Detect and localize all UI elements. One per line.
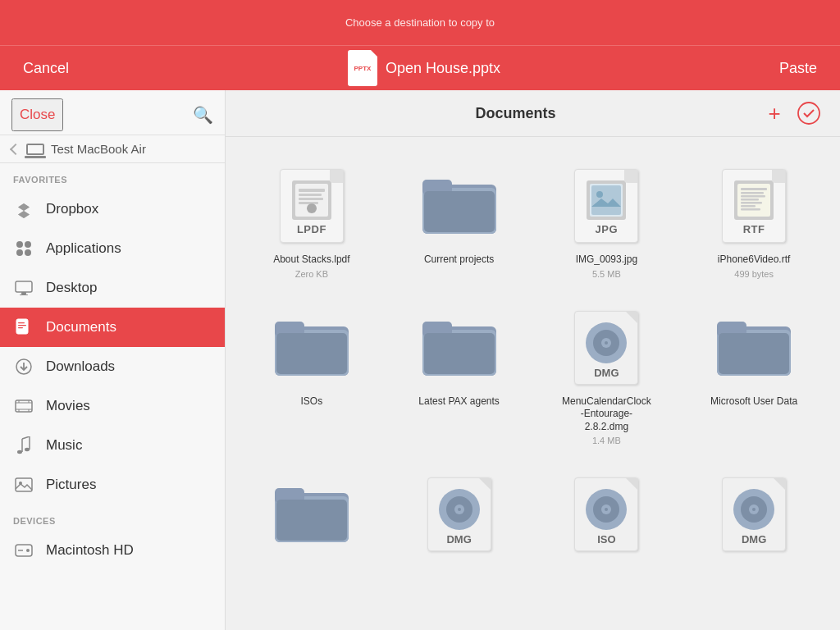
sidebar-item-label-macintosh-hd: Macintosh HD (46, 542, 134, 559)
sidebar-item-label-pictures: Pictures (46, 477, 96, 493)
file-item-iphone6-video[interactable]: RTF iPhone6Video.rtf 499 bytes (684, 153, 824, 287)
harddrive-icon (13, 540, 34, 561)
svg-point-22 (17, 450, 22, 454)
file-type-label: DMG (446, 533, 471, 546)
sidebar-item-macintosh-hd[interactable]: Macintosh HD (0, 531, 225, 570)
file-item-name: ISOs (301, 395, 323, 409)
movies-icon (13, 395, 34, 417)
svg-rect-72 (276, 500, 347, 541)
desktop-icon (13, 277, 34, 299)
svg-rect-27 (16, 478, 32, 491)
cancel-button[interactable]: Cancel (13, 53, 79, 84)
svg-rect-57 (276, 333, 347, 374)
sidebar-item-movies[interactable]: Movies (0, 386, 225, 426)
svg-point-64 (605, 341, 608, 345)
file-name-label: Open House.pptx (386, 60, 500, 77)
svg-rect-49 (741, 195, 765, 198)
folder-icon (717, 315, 791, 381)
dmg-file-icon: DMG (574, 311, 638, 385)
file-item-size: 499 bytes (734, 269, 774, 279)
file-icon-wrap (422, 307, 496, 389)
add-button[interactable]: + (760, 98, 789, 128)
svg-marker-1 (18, 203, 30, 218)
top-hint-bar: Choose a destination to copy to (0, 0, 840, 45)
check-button[interactable] (794, 98, 824, 128)
file-item-isos[interactable]: ISOs (242, 295, 381, 454)
dmg-file-icon: DMG (427, 477, 491, 551)
file-item-about-stacks[interactable]: LPDF About Stacks.lpdf Zero KB (242, 153, 381, 287)
file-grid: LPDF About Stacks.lpdf Zero KB Current p… (226, 137, 840, 630)
sidebar-item-label-movies: Movies (46, 398, 90, 414)
svg-rect-9 (16, 319, 28, 334)
sidebar-item-applications[interactable]: Applications (0, 229, 225, 268)
file-item-latest-pax[interactable]: Latest PAX agents (390, 295, 529, 454)
lpdf-file-icon: LPDF (280, 169, 344, 243)
search-icon[interactable]: 🔍 (193, 105, 213, 125)
svg-point-2 (16, 241, 23, 248)
svg-rect-48 (741, 192, 764, 194)
file-item-row3-2[interactable]: DMG (390, 462, 529, 570)
back-arrow-icon[interactable] (10, 143, 21, 154)
file-item-name: About Stacks.lpdf (273, 253, 349, 267)
file-icon-wrap: DMG (717, 473, 791, 555)
sidebar-item-documents[interactable]: Documents (0, 308, 225, 347)
svg-rect-12 (18, 327, 23, 328)
sidebar-nav-row: Test MacBook Air (0, 135, 225, 163)
file-icon-wrap (422, 165, 496, 247)
file-type-label: LPDF (297, 223, 326, 235)
svg-rect-61 (424, 333, 495, 374)
file-item-name: iPhone6Video.rtf (718, 253, 791, 267)
folder-icon (275, 482, 349, 547)
sidebar-item-label-music: Music (46, 437, 82, 454)
svg-rect-47 (741, 188, 767, 190)
file-icon-wrap (275, 307, 349, 389)
file-item-row3-3[interactable]: ISO (537, 462, 677, 570)
sidebar-item-label-downloads: Downloads (46, 358, 115, 375)
sidebar-item-desktop[interactable]: Desktop (0, 268, 225, 308)
folder-icon (422, 173, 496, 239)
iso-disk-icon (586, 489, 627, 530)
sidebar-item-dropbox[interactable]: Dropbox (0, 189, 225, 229)
file-item-size: Zero KB (295, 269, 328, 279)
file-icon-wrap: ISO (569, 473, 643, 555)
sidebar-top-row: Close 🔍 (0, 90, 225, 135)
close-button[interactable]: Close (11, 98, 63, 131)
hint-text: Choose a destination to copy to (345, 16, 495, 29)
file-item-current-projects[interactable]: Current projects (390, 153, 529, 287)
svg-rect-10 (18, 322, 25, 323)
svg-point-45 (596, 191, 603, 198)
jpg-file-icon: JPG (574, 169, 638, 243)
svg-rect-51 (741, 202, 762, 204)
sidebar-item-pictures[interactable]: Pictures (0, 465, 225, 504)
paste-button[interactable]: Paste (769, 53, 827, 84)
panel-toolbar: Documents + (226, 90, 840, 137)
svg-point-30 (26, 549, 30, 552)
file-item-microsoft-user-data[interactable]: Microsoft User Data (684, 295, 824, 454)
sidebar-item-label-dropbox: Dropbox (46, 201, 98, 217)
pictures-icon (13, 474, 34, 495)
file-item-row3-1[interactable] (242, 462, 381, 570)
dmg-disk-icon-2 (733, 489, 774, 530)
file-item-row3-4[interactable]: DMG (684, 462, 824, 570)
file-item-name: MenuCalendarClock-Entourage-2.8.2.dmg (561, 395, 651, 434)
laptop-icon (26, 144, 44, 155)
svg-point-78 (605, 508, 608, 511)
svg-rect-52 (741, 205, 756, 208)
svg-rect-34 (299, 189, 325, 192)
sidebar-item-music[interactable]: Music (0, 426, 225, 465)
sidebar-item-downloads[interactable]: Downloads (0, 347, 225, 386)
svg-rect-6 (16, 281, 32, 292)
file-item-name: Latest PAX agents (418, 395, 500, 409)
file-item-size: 1.4 MB (592, 436, 621, 445)
file-item-img-0093[interactable]: JPG IMG_0093.jpg 5.5 MB (537, 153, 677, 287)
svg-rect-7 (21, 292, 26, 294)
svg-point-32 (798, 103, 819, 124)
svg-point-23 (25, 448, 30, 451)
file-item-menu-calendar[interactable]: DMG MenuCalendarClock-Entourage-2.8.2.dm… (537, 295, 677, 454)
music-icon (13, 435, 34, 456)
file-icon-wrap: DMG (422, 473, 496, 555)
svg-point-3 (25, 241, 31, 248)
svg-point-5 (25, 249, 31, 256)
svg-rect-37 (299, 202, 318, 204)
file-type-label: RTF (743, 223, 765, 235)
